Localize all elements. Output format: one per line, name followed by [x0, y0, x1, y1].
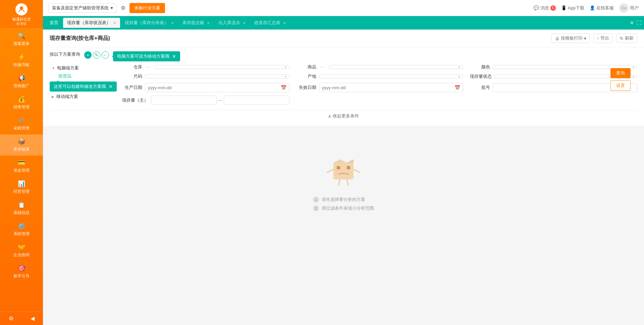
tab-close-icon[interactable]: ✕ [171, 21, 174, 25]
notification-item[interactable]: 💬 消息 6 [534, 5, 556, 11]
tab-label: 出入库流水 [218, 20, 240, 26]
mobile-scheme-item[interactable]: ▶ 移动端方案 [50, 92, 117, 101]
origin-label: 产地 [296, 73, 316, 79]
warehouse-dots[interactable]: ··· [146, 64, 151, 70]
experience-button[interactable]: 体验行业方案 [129, 3, 165, 13]
scheme-tooltip: 电脑方案可设为移动方案哦 ✕ [113, 51, 180, 61]
desktop-scheme-item[interactable]: ▼ 电脑端方案 [50, 64, 117, 72]
tab-batch-account[interactable]: 库存批次账 ✕ [178, 18, 214, 28]
size-select[interactable]: ▾ [145, 74, 289, 78]
sidebar-item-operations[interactable]: 📊 经营管理 [0, 177, 43, 198]
step2-text: 用过滤条件来缩小分析范围 [322, 205, 374, 211]
reset-button[interactable]: 设置 [610, 80, 631, 91]
sidebar-item-purchase[interactable]: 🛒 采购管理 [0, 113, 43, 134]
page-title: 现存量查询(按仓库+商品) [50, 35, 110, 42]
export-label: 导出 [600, 35, 609, 41]
scheme-item-goods[interactable]: 按货品 [56, 72, 117, 80]
back-scheme-btn[interactable]: ← [102, 51, 109, 59]
empty-step-1: 1 请先选择要分析的方案 [313, 197, 374, 203]
tab-close-icon[interactable]: ✕ [243, 21, 246, 25]
warehouse-select[interactable]: ▾ [155, 65, 289, 69]
production-date-label: 生产日期 [122, 85, 142, 91]
tab-bar-right: ✕ ⛶ [630, 20, 641, 25]
expiry-date-text[interactable] [322, 85, 455, 90]
production-date-text[interactable] [148, 85, 281, 90]
logo-text: 畅通好生意 标准版 [12, 17, 31, 26]
collapse-icon: ∧ [328, 114, 331, 119]
refresh-label: 刷新 [625, 35, 634, 41]
sidebar-item-finance[interactable]: 💳 资金管理 [0, 156, 43, 177]
avatar: Ea [619, 3, 629, 13]
tab-in-out-flow[interactable]: 出入库流水 ✕ [214, 18, 250, 28]
sidebar-item-newbie[interactable]: 🎯 新手引导 [0, 261, 43, 282]
sidebar-item-inventory[interactable]: 📦 库存核算 [0, 134, 43, 156]
sidebar-logo: 畅通好生意 标准版 [0, 0, 43, 29]
tab-close-icon[interactable]: ✕ [207, 21, 210, 25]
origin-select[interactable]: ▾ [319, 74, 464, 78]
sidebar-item-search-menu[interactable]: 🔍 搜索菜单 [0, 29, 43, 50]
tab-bar: 首页 现存量（库存状况表） ✕ 现存量（库存分布表） ✕ 库存批次账 ✕ 出入库… [43, 16, 644, 30]
svg-point-0 [20, 6, 23, 10]
tab-inventory-dist[interactable]: 现存量（库存分布表） ✕ [121, 18, 178, 28]
page-actions: 🖨 按模板打印 ▾ ↑ 导出 ↻ 刷新 [551, 34, 638, 43]
main-content: 装备及固定资产辅助管理系统 ▾ ⚙ 体验行业方案 💬 消息 6 📱 App下载 … [43, 0, 644, 325]
calendar-icon: 📅 [454, 85, 460, 90]
stock-main-min[interactable] [151, 96, 217, 105]
collapse-row[interactable]: ∧ 收起更多条件 [50, 110, 637, 122]
tab-close-all-btn[interactable]: ✕ [630, 20, 634, 25]
tab-fullscreen-btn[interactable]: ⛶ [637, 20, 641, 25]
size-label: 尺码 [122, 73, 142, 79]
chevron-down-icon: ▾ [584, 36, 586, 41]
export-btn[interactable]: ↑ 导出 [593, 34, 613, 43]
sidebar-item-sales[interactable]: 💰 销售管理 [0, 92, 43, 113]
collapse-btn[interactable]: ◀ [31, 315, 35, 322]
logo-icon [15, 3, 28, 15]
tab-close-icon[interactable]: ✕ [113, 21, 116, 25]
tab-delivery-summary[interactable]: 收发存汇总表 ✕ [250, 18, 290, 28]
online-service-item[interactable]: 👤 在线客服 [590, 5, 614, 11]
chevron-down-icon: ▾ [111, 5, 113, 10]
sidebar-item-label: 库存核算 [13, 147, 30, 152]
sidebar-item-quick-nav[interactable]: ⚡ 快捷导航 [0, 50, 43, 71]
sidebar-item-enterprise[interactable]: 🤝 企业协同 [0, 240, 43, 261]
service-icon: 👤 [590, 5, 595, 10]
search-button[interactable]: 查询 [610, 68, 631, 78]
sidebar-item-label: 资金管理 [13, 168, 30, 173]
sidebar-item-label: 企业协同 [13, 252, 30, 258]
goods-dots[interactable]: ··· [320, 64, 325, 70]
stock-main-max[interactable] [224, 96, 289, 105]
production-date-input[interactable]: 📅 [145, 83, 289, 92]
settings-bottom-btn[interactable]: ⚙ [9, 315, 13, 322]
export-icon: ↑ [597, 36, 599, 41]
tab-close-icon[interactable]: ✕ [283, 21, 286, 25]
print-btn[interactable]: 🖨 按模板打印 ▾ [551, 34, 590, 43]
sidebar-item-system[interactable]: ⚙️ 系统管理 [0, 219, 43, 240]
svg-rect-1 [333, 163, 354, 179]
expiry-date-input[interactable]: 📅 [319, 83, 464, 92]
system-selector[interactable]: 装备及固定资产辅助管理系统 ▾ [48, 3, 117, 13]
goods-select[interactable]: ▾ [329, 65, 463, 69]
color-label: 颜色 [470, 64, 490, 70]
user-item[interactable]: Ea 用户 [619, 3, 639, 13]
sidebar-item-marketing[interactable]: 📢 营销推广 [0, 71, 43, 92]
tooltip-close-btn[interactable]: ✕ [172, 54, 176, 59]
expiry-date-label: 失效日期 [296, 85, 316, 91]
stock-status-label: 现存量状态 [470, 73, 492, 79]
notification-label: 消息 [540, 5, 549, 11]
step-num-1: 1 [313, 197, 319, 203]
sidebar-item-basics[interactable]: 📋 基础信息 [0, 198, 43, 219]
svg-rect-2 [337, 166, 340, 169]
quick-nav-icon: ⚡ [18, 53, 25, 61]
tab-home[interactable]: 首页 [46, 18, 62, 28]
sidebar-item-label: 搜索菜单 [13, 41, 30, 47]
empty-step-2: 2 用过滤条件来缩小分析范围 [313, 205, 374, 211]
app-download-item[interactable]: 📱 App下载 [561, 5, 584, 11]
empty-illustration [323, 153, 364, 186]
edit-tooltip-close-btn[interactable]: ✕ [109, 84, 113, 89]
enterprise-icon: 🤝 [18, 243, 25, 251]
edit-scheme-btn[interactable]: ✎ [93, 51, 100, 59]
tab-inventory-status[interactable]: 现存量（库存状况表） ✕ [63, 18, 120, 28]
add-scheme-btn[interactable]: + [84, 51, 92, 59]
gear-button[interactable]: ⚙ [121, 5, 125, 11]
refresh-btn[interactable]: ↻ 刷新 [616, 34, 637, 43]
